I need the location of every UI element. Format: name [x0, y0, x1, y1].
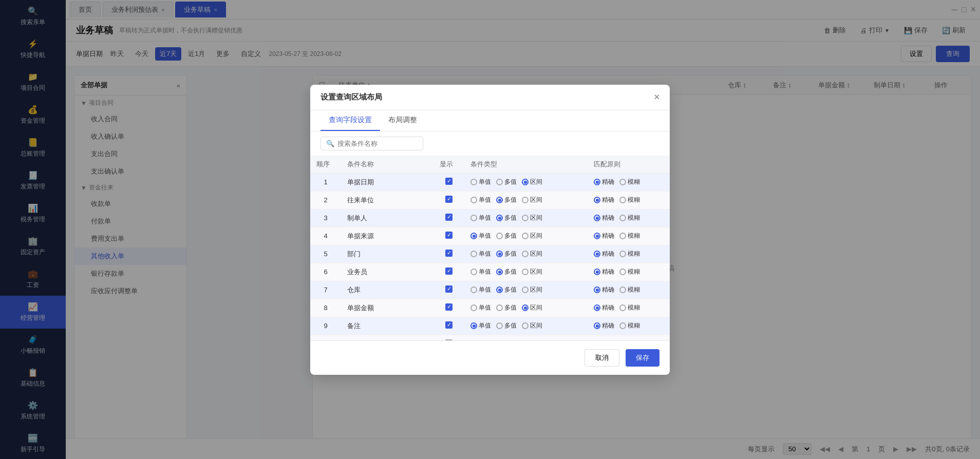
radio-circle: [496, 304, 503, 311]
radio-type-单值[interactable]: 单值: [470, 303, 491, 312]
radio-type-单值[interactable]: 单值: [470, 178, 491, 186]
cell-show[interactable]: [434, 281, 464, 299]
radio-match-模糊[interactable]: 模糊: [619, 214, 640, 222]
radio-type-单值[interactable]: 单值: [470, 214, 491, 222]
radio-match-模糊[interactable]: 模糊: [619, 285, 640, 294]
radio-label: 精确: [602, 178, 614, 186]
radio-label: 模糊: [628, 178, 640, 186]
table-row: 7仓库单值多值区间精确模糊: [310, 281, 670, 299]
radio-type-区间[interactable]: 区间: [522, 285, 542, 294]
show-checkbox[interactable]: [445, 250, 453, 257]
radio-type-多值[interactable]: 多值: [496, 321, 517, 330]
radio-label: 单值: [479, 178, 491, 186]
radio-type-单值[interactable]: 单值: [470, 321, 491, 330]
radio-match-精确[interactable]: 精确: [594, 196, 614, 204]
cell-show[interactable]: [434, 245, 464, 263]
show-checkbox[interactable]: [445, 232, 453, 239]
radio-circle: [594, 286, 600, 293]
cell-show[interactable]: [434, 209, 464, 227]
radio-match-精确[interactable]: 精确: [594, 303, 614, 312]
radio-type-多值[interactable]: 多值: [496, 214, 517, 222]
show-checkbox[interactable]: [445, 321, 453, 329]
radio-type-区间[interactable]: 区间: [522, 214, 542, 222]
show-checkbox[interactable]: [445, 303, 453, 311]
radio-match-模糊[interactable]: 模糊: [619, 196, 640, 204]
cell-order: 3: [310, 209, 341, 227]
cell-name: 单据编号: [341, 335, 434, 340]
radio-type-单值[interactable]: 单值: [470, 232, 491, 240]
radio-match-精确[interactable]: 精确: [594, 178, 614, 186]
cell-show[interactable]: [434, 317, 464, 335]
radio-type-区间[interactable]: 区间: [522, 303, 542, 312]
radio-match-模糊[interactable]: 模糊: [619, 321, 640, 330]
radio-match-模糊[interactable]: 模糊: [619, 250, 640, 258]
cell-type: 单值多值区间: [464, 335, 588, 340]
radio-label: 精确: [602, 321, 614, 330]
tab-query-fields[interactable]: 查询字段设置: [321, 110, 380, 131]
cell-show[interactable]: [434, 191, 464, 209]
radio-match-模糊[interactable]: 模糊: [619, 232, 640, 240]
radio-circle: [594, 179, 600, 185]
radio-type-多值[interactable]: 多值: [496, 196, 517, 204]
config-table-header: 顺序 条件名称 显示 条件类型 匹配原则: [310, 156, 670, 174]
radio-type-单值[interactable]: 单值: [470, 196, 491, 204]
radio-circle: [496, 179, 503, 185]
radio-type-多值[interactable]: 多值: [496, 267, 517, 276]
radio-type-区间[interactable]: 区间: [522, 250, 542, 258]
radio-match-模糊[interactable]: 模糊: [619, 178, 640, 186]
modal-close-button[interactable]: ×: [654, 92, 659, 103]
radio-type-单值[interactable]: 单值: [470, 267, 491, 276]
radio-type-区间[interactable]: 区间: [522, 196, 542, 204]
radio-type-多值[interactable]: 多值: [496, 303, 517, 312]
radio-type-单值[interactable]: 单值: [470, 250, 491, 258]
col-match: 匹配原则: [588, 156, 670, 174]
radio-type-多值[interactable]: 多值: [496, 178, 517, 186]
search-container: 🔍: [321, 137, 423, 150]
radio-type-单值[interactable]: 单值: [470, 285, 491, 294]
radio-label: 模糊: [628, 232, 640, 240]
table-row: 3制单人单值多值区间精确模糊: [310, 209, 670, 227]
radio-match-模糊[interactable]: 模糊: [619, 303, 640, 312]
cell-show[interactable]: [434, 173, 464, 191]
cell-show[interactable]: [434, 227, 464, 245]
cell-show[interactable]: [434, 263, 464, 281]
radio-type-区间[interactable]: 区间: [522, 178, 542, 186]
table-row: 2往来单位单值多值区间精确模糊: [310, 191, 670, 209]
radio-circle: [522, 286, 529, 293]
radio-type-多值[interactable]: 多值: [496, 285, 517, 294]
radio-match-精确[interactable]: 精确: [594, 321, 614, 330]
radio-type-多值[interactable]: 多值: [496, 250, 517, 258]
radio-match-精确[interactable]: 精确: [594, 285, 614, 294]
modal-save-button[interactable]: 保存: [626, 349, 659, 367]
radio-circle: [522, 322, 529, 329]
radio-type-区间[interactable]: 区间: [522, 321, 542, 330]
radio-label: 模糊: [628, 250, 640, 258]
cancel-button[interactable]: 取消: [585, 349, 619, 367]
search-input[interactable]: [337, 140, 420, 147]
show-checkbox[interactable]: [445, 214, 453, 221]
radio-label: 多值: [504, 321, 517, 330]
show-checkbox[interactable]: [445, 339, 453, 340]
radio-type-多值[interactable]: 多值: [496, 232, 517, 240]
radio-match-精确[interactable]: 精确: [594, 250, 614, 258]
cell-name: 部门: [341, 245, 434, 263]
radio-label: 多值: [504, 267, 517, 276]
show-checkbox[interactable]: [445, 267, 453, 275]
show-checkbox[interactable]: [445, 285, 453, 293]
radio-label: 单值: [479, 303, 491, 312]
radio-match-模糊[interactable]: 模糊: [619, 267, 640, 276]
cell-show[interactable]: [434, 299, 464, 317]
radio-match-精确[interactable]: 精确: [594, 232, 614, 240]
settings-modal: 设置查询区域布局 × 查询字段设置 布局调整 🔍 顺序 条件名称 显示 条件类型: [310, 85, 670, 375]
show-checkbox[interactable]: [445, 196, 453, 203]
radio-match-精确[interactable]: 精确: [594, 214, 614, 222]
radio-circle: [522, 233, 529, 239]
col-name: 条件名称: [341, 156, 434, 174]
radio-type-区间[interactable]: 区间: [522, 267, 542, 276]
radio-circle: [619, 322, 626, 329]
cell-show[interactable]: [434, 335, 464, 340]
radio-type-区间[interactable]: 区间: [522, 232, 542, 240]
radio-match-精确[interactable]: 精确: [594, 267, 614, 276]
show-checkbox[interactable]: [445, 178, 453, 185]
tab-layout-adjust[interactable]: 布局调整: [380, 110, 425, 131]
